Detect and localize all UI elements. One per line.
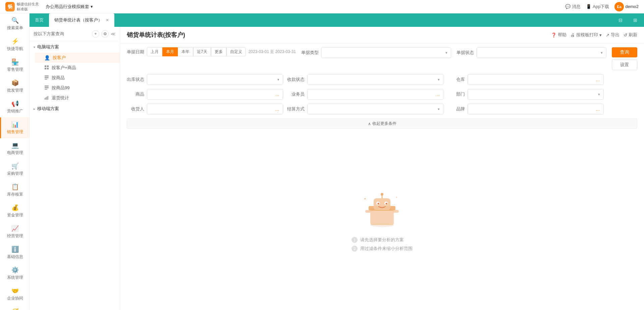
add-scheme-btn[interactable]: +	[92, 30, 99, 38]
svg-rect-4	[45, 75, 49, 76]
salesperson-input[interactable]: …	[307, 89, 443, 100]
maximize-icon[interactable]: ⊞	[629, 17, 641, 23]
scheme-item-return-stats[interactable]: 退货统计	[35, 93, 120, 103]
settlement-label: 结算方式	[287, 106, 305, 112]
out-status-select[interactable]: ▾	[147, 74, 283, 85]
doc-status-select[interactable]: ▾	[477, 47, 606, 58]
user-menu[interactable]: Ea demo2	[614, 2, 639, 11]
sidebar-item-operation[interactable]: 📈 经营管理	[0, 221, 29, 242]
product99-icon	[44, 85, 49, 91]
product-input[interactable]: …	[147, 89, 283, 100]
svg-rect-15	[370, 208, 394, 225]
sidebar-item-finance[interactable]: 💰 资金管理	[0, 201, 29, 221]
stock-icon: 📋	[11, 183, 19, 191]
app-selector[interactable]: 办公用品行业模拟账套 ▾	[46, 4, 93, 10]
tab-bar: 首页 销货单统计表（按客户） ✕ ⊟ ⊞	[30, 13, 644, 27]
basic-icon: ℹ️	[11, 246, 19, 253]
brand-input[interactable]: …	[468, 104, 604, 114]
header-right: 💬 消息 📱 App下载 Ea demo2	[565, 2, 639, 11]
sidebar-item-system[interactable]: ⚙️ 系统管理	[0, 263, 29, 284]
scheme-group-pc-header[interactable]: ▾ 电脑端方案	[30, 41, 120, 53]
svg-rect-9	[45, 89, 47, 90]
empty-tip-2: 2 用过滤条件来缩小分析范围	[352, 246, 413, 252]
right-content: 销货单统计表(按客户) ❓ 帮助 🖨 按模板打印 ▾ ↗	[120, 27, 644, 310]
enterprise-icon: 🤝	[11, 287, 19, 295]
query-button[interactable]: 查询	[612, 47, 637, 57]
collapse-bar[interactable]: ∧ 收起更多条件	[127, 118, 637, 129]
logo-icon: 畅	[5, 2, 15, 11]
settlement-select[interactable]: ▾	[307, 104, 443, 114]
export-btn[interactable]: ↗ 导出	[606, 32, 620, 38]
date-btn-custom[interactable]: 自定义	[226, 47, 246, 56]
tab-home[interactable]: 首页	[30, 13, 49, 27]
dots-icon: …	[596, 107, 600, 112]
warehouse-input[interactable]: …	[468, 74, 604, 85]
chevron-down-icon: ▾	[601, 51, 603, 55]
svg-rect-17	[374, 198, 390, 210]
date-btn-last-month[interactable]: 上月	[147, 47, 162, 56]
sidebar-item-basic[interactable]: ℹ️ 基础信息	[0, 242, 29, 263]
date-btn-more[interactable]: 更多	[211, 47, 226, 56]
department-select[interactable]: ▾	[468, 89, 604, 100]
sidebar-item-sales[interactable]: 📊 销售管理	[0, 117, 29, 138]
svg-rect-8	[45, 87, 49, 88]
sidebar-item-retail[interactable]: 🏪 零售管理	[0, 55, 29, 76]
settlement-item: 结算方式 ▾	[287, 104, 443, 114]
dots-icon: …	[435, 92, 440, 97]
date-btn-last7[interactable]: 近7天	[193, 47, 211, 56]
receiver-label: 收货人	[127, 106, 144, 112]
date-btn-this-year[interactable]: 本年	[178, 47, 193, 56]
scheme-group-pc: ▾ 电脑端方案 👤 按客户 按客户+商品	[30, 41, 120, 103]
brand-label: 品牌	[447, 106, 465, 112]
sidebar-item-ecom[interactable]: 💻 电商管理	[0, 138, 29, 159]
settings-button[interactable]: 设置	[612, 59, 637, 70]
quicknav-icon: ⚡	[11, 38, 19, 45]
sidebar-item-wholesale[interactable]: 📦 批发管理	[0, 76, 29, 97]
refresh-btn[interactable]: ↺ 刷新	[624, 32, 637, 38]
sidebar-item-enterprise[interactable]: 🤝 企业协同	[0, 284, 29, 305]
sidebar-item-purchase[interactable]: 🛒 采购管理	[0, 159, 29, 180]
minimize-icon[interactable]: ⊟	[614, 17, 627, 23]
help-btn[interactable]: ❓ 帮助	[551, 32, 567, 38]
date-btn-this-month[interactable]: 本月	[162, 47, 178, 56]
date-range: 2023-03-01 至 2023-03-31	[249, 49, 296, 55]
department-item: 部门 ▾	[447, 89, 604, 100]
collapse-scheme-btn[interactable]: ≪	[111, 31, 116, 37]
scheme-panel: 按以下方案查询 + ⚙ ≪ ▾ 电脑端方案 👤 按客户	[30, 27, 120, 310]
filter-row-2: 出库状态 ▾ 收款状态 ▾	[127, 74, 637, 85]
message-action[interactable]: 💬 消息	[565, 4, 581, 10]
sidebar-item-marketing[interactable]: 📢 营销推广	[0, 97, 29, 117]
help-icon: ❓	[551, 33, 556, 38]
purchase-icon: 🛒	[11, 162, 19, 170]
export-icon: ↗	[606, 33, 609, 38]
svg-text:✦: ✦	[364, 197, 366, 201]
scheme-item-by-product[interactable]: 按商品	[35, 73, 120, 83]
receipt-status-select[interactable]: ▾	[307, 74, 443, 85]
app-download-action[interactable]: 📱 App下载	[586, 4, 609, 10]
scheme-item-by-customer[interactable]: 👤 按客户	[35, 53, 120, 63]
tab-sales-stats[interactable]: 销货单统计表（按客户） ✕	[49, 13, 114, 27]
sidebar-item-quicknav[interactable]: ⚡ 快捷导航	[0, 34, 29, 55]
sidebar-item-search[interactable]: 🔍 搜索菜单	[0, 13, 29, 34]
refresh-icon: ↺	[624, 33, 627, 38]
doc-type-select[interactable]: ▾	[321, 47, 451, 58]
warehouse-item: 仓库 …	[447, 74, 604, 85]
filter-rows-wrapper: 单据日期 上月 本月 本年 近7天 更多 自定义 2023-03-01 至 20…	[120, 43, 644, 114]
sidebar-item-stock[interactable]: 📋 库存核算	[0, 180, 29, 201]
receiver-input[interactable]: …	[147, 104, 283, 114]
sidebar-item-newbie[interactable]: 🧭 新手引导	[0, 305, 29, 310]
return-stats-icon	[44, 95, 49, 101]
header-left: 畅 畅捷信好生意 标准版 办公用品行业模拟账套 ▾	[5, 2, 93, 11]
doc-type-label: 单据类型	[301, 50, 319, 56]
scheme-item-customer-product[interactable]: 按客户+商品	[35, 63, 120, 73]
settings-scheme-btn[interactable]: ⚙	[101, 30, 109, 38]
out-status-item: 出库状态 ▾	[127, 74, 283, 85]
scheme-item-by-product99[interactable]: 按商品99	[35, 83, 120, 93]
ecom-icon: 💻	[11, 142, 19, 149]
print-btn[interactable]: 🖨 按模板打印 ▾	[571, 32, 602, 38]
scheme-group-mobile-header[interactable]: ▸ 移动端方案	[30, 103, 120, 114]
tab-close-icon[interactable]: ✕	[106, 18, 109, 22]
chevron-down-icon: ▾	[438, 78, 440, 82]
svg-point-21	[386, 203, 387, 205]
dots-icon: …	[275, 107, 279, 112]
